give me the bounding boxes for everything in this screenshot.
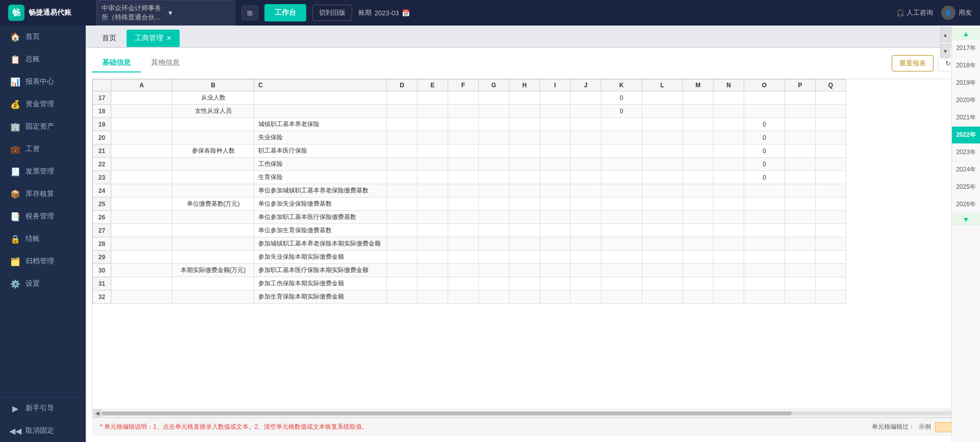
cell-l-20[interactable] xyxy=(642,131,683,144)
cell-f-26[interactable] xyxy=(448,211,479,224)
cell-i-30[interactable] xyxy=(540,264,571,277)
cell-d-20[interactable] xyxy=(387,131,418,144)
cell-m-17[interactable] xyxy=(683,91,714,105)
cell-i-29[interactable] xyxy=(540,251,571,264)
cell-n-21[interactable] xyxy=(714,144,744,158)
cell-i-24[interactable] xyxy=(540,184,571,198)
cell-f-30[interactable] xyxy=(448,264,479,277)
cell-b-21[interactable]: 参保各险种人数 xyxy=(173,144,254,158)
cell-p-26[interactable] xyxy=(785,211,816,224)
scroll-thumb[interactable] xyxy=(102,411,792,415)
cell-a-27[interactable] xyxy=(111,224,173,237)
cell-g-20[interactable] xyxy=(479,131,509,144)
sidebar-item-settings[interactable]: ⚙️ 设置 xyxy=(0,273,86,295)
cell-p-18[interactable] xyxy=(785,105,816,118)
year-2020[interactable]: 2020年 xyxy=(952,92,980,109)
cell-d-17[interactable] xyxy=(387,91,418,105)
cell-f-23[interactable] xyxy=(448,171,479,184)
sidebar-item-invoice[interactable]: 🧾 发票管理 xyxy=(0,160,86,183)
collapse-down-btn[interactable]: ▼ xyxy=(940,44,950,58)
sidebar-item-tax[interactable]: 📑 税务管理 xyxy=(0,205,86,228)
cell-i-19[interactable] xyxy=(540,118,571,131)
cell-n-29[interactable] xyxy=(714,251,744,264)
cell-n-25[interactable] xyxy=(714,198,744,211)
cell-h-20[interactable] xyxy=(509,131,540,144)
cell-c-19[interactable]: 城镇职工基本养老保险 xyxy=(254,118,387,131)
cell-n-23[interactable] xyxy=(714,171,744,184)
cell-b-27[interactable] xyxy=(173,224,254,237)
cell-o-29[interactable] xyxy=(744,251,785,264)
cell-c-29[interactable]: 参加失业保险本期实际缴费金额 xyxy=(254,251,387,264)
cell-a-17[interactable] xyxy=(111,91,173,105)
cell-k-29[interactable] xyxy=(601,251,642,264)
cell-c-25[interactable]: 单位参加失业保险缴费基数 xyxy=(254,198,387,211)
year-2019[interactable]: 2019年 xyxy=(952,75,980,92)
cell-e-31[interactable] xyxy=(418,277,448,290)
cell-f-31[interactable] xyxy=(448,277,479,290)
cell-e-24[interactable] xyxy=(418,184,448,198)
cell-i-27[interactable] xyxy=(540,224,571,237)
cell-o-31[interactable] xyxy=(744,277,785,290)
scroll-track[interactable] xyxy=(102,411,964,415)
cell-m-28[interactable] xyxy=(683,237,714,251)
cell-d-28[interactable] xyxy=(387,237,418,251)
cell-g-32[interactable] xyxy=(479,290,509,304)
cell-q-20[interactable] xyxy=(816,131,846,144)
cell-c-20[interactable]: 失业保险 xyxy=(254,131,387,144)
cell-p-22[interactable] xyxy=(785,158,816,171)
cell-j-27[interactable] xyxy=(571,224,601,237)
cell-n-17[interactable] xyxy=(714,91,744,105)
cell-h-32[interactable] xyxy=(509,290,540,304)
cell-j-26[interactable] xyxy=(571,211,601,224)
cell-e-26[interactable] xyxy=(418,211,448,224)
cell-a-22[interactable] xyxy=(111,158,173,171)
cell-c-27[interactable]: 单位参加生育保险缴费基数 xyxy=(254,224,387,237)
cell-o-26[interactable] xyxy=(744,211,785,224)
cell-f-25[interactable] xyxy=(448,198,479,211)
cell-j-32[interactable] xyxy=(571,290,601,304)
cell-g-31[interactable] xyxy=(479,277,509,290)
cell-d-32[interactable] xyxy=(387,290,418,304)
cell-m-21[interactable] xyxy=(683,144,714,158)
cell-k-25[interactable] xyxy=(601,198,642,211)
cell-b-31[interactable] xyxy=(173,277,254,290)
sidebar-item-inventory[interactable]: 📦 库存核算 xyxy=(0,183,86,205)
cell-e-22[interactable] xyxy=(418,158,448,171)
cell-p-27[interactable] xyxy=(785,224,816,237)
cell-i-21[interactable] xyxy=(540,144,571,158)
cell-k-32[interactable] xyxy=(601,290,642,304)
cell-i-26[interactable] xyxy=(540,211,571,224)
cell-k-18[interactable]: 0 xyxy=(601,105,642,118)
tab-home[interactable]: 首页 xyxy=(94,30,125,47)
sidebar-item-ledger[interactable]: 📋 总账 xyxy=(0,48,86,70)
cell-a-23[interactable] xyxy=(111,171,173,184)
cell-g-26[interactable] xyxy=(479,211,509,224)
cell-h-31[interactable] xyxy=(509,277,540,290)
cell-f-29[interactable] xyxy=(448,251,479,264)
cell-o-30[interactable] xyxy=(744,264,785,277)
cell-d-27[interactable] xyxy=(387,224,418,237)
sidebar-item-finance[interactable]: 💰 资金管理 xyxy=(0,93,86,115)
cell-j-22[interactable] xyxy=(571,158,601,171)
cell-b-29[interactable] xyxy=(173,251,254,264)
sidebar-item-assets[interactable]: 🏢 固定资产 xyxy=(0,115,86,138)
cell-m-25[interactable] xyxy=(683,198,714,211)
year-2017[interactable]: 2017年 xyxy=(952,40,980,57)
cell-j-24[interactable] xyxy=(571,184,601,198)
year-scroll-down[interactable]: ▼ xyxy=(952,213,980,226)
cell-n-30[interactable] xyxy=(714,264,744,277)
cell-q-23[interactable] xyxy=(816,171,846,184)
cell-k-19[interactable] xyxy=(601,118,642,131)
cell-d-29[interactable] xyxy=(387,251,418,264)
cell-j-30[interactable] xyxy=(571,264,601,277)
cell-l-29[interactable] xyxy=(642,251,683,264)
cell-n-26[interactable] xyxy=(714,211,744,224)
cell-j-18[interactable] xyxy=(571,105,601,118)
cell-g-27[interactable] xyxy=(479,224,509,237)
sidebar-item-guide[interactable]: ▶ 新手引导 xyxy=(0,397,86,420)
cell-l-23[interactable] xyxy=(642,171,683,184)
cell-h-28[interactable] xyxy=(509,237,540,251)
sub-tab-basic[interactable]: 基础信息 xyxy=(92,54,141,72)
tab-close-icon[interactable]: ✕ xyxy=(166,35,172,42)
cell-l-18[interactable] xyxy=(642,105,683,118)
